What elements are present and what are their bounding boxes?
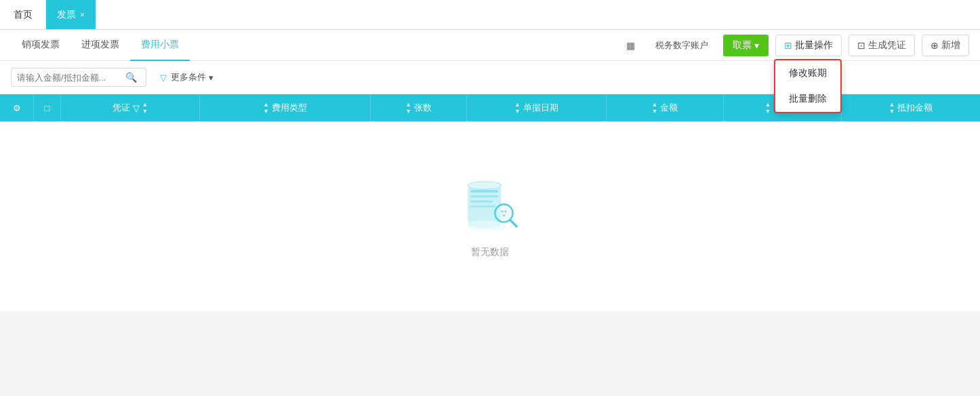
th-amount-sort[interactable]: ▲▼ [651, 102, 657, 115]
sub-nav-right: ▦ 税务数字账户 取票 ▾ ⊞ 批量操作 修改账期 批量删除 ⊡ 生成凭证 ⊕ … [620, 35, 969, 56]
more-filter-arrow-icon: ▾ [209, 73, 213, 83]
th-expense-type-label: 费用类型 [272, 102, 307, 114]
th-deduct-amount-sort[interactable]: ▲▼ [889, 102, 895, 115]
svg-line-11 [510, 220, 516, 226]
generate-icon: ⊡ [857, 40, 865, 51]
tab-sales-invoice[interactable]: 销项发票 [11, 30, 70, 61]
th-amount-label: 金额 [660, 102, 678, 114]
add-label: 新增 [941, 39, 960, 52]
tax-account-button[interactable]: 税务数字账户 [647, 35, 716, 56]
svg-point-10 [497, 206, 511, 220]
th-deduct-rate-sort[interactable]: ▲▼ [765, 102, 771, 115]
generate-label: 生成凭证 [868, 39, 906, 52]
empty-text: 暂无数据 [471, 246, 509, 258]
empty-state: 暂无数据 [0, 121, 980, 311]
th-count-sort[interactable]: ▲▼ [405, 102, 411, 115]
batch-btn-wrap: ⊞ 批量操作 修改账期 批量删除 [775, 35, 842, 56]
svg-point-12 [501, 210, 503, 212]
th-date-label: 单据日期 [523, 102, 558, 114]
batch-delete-item[interactable]: 批量删除 [775, 86, 840, 112]
th-voucher-filter-icon[interactable]: ▽ [133, 103, 140, 113]
th-amount: ▲▼ 金额 [607, 94, 724, 121]
batch-icon: ⊞ [784, 40, 792, 51]
search-wrap: 🔍 [11, 68, 146, 87]
th-date: ▲▼ 单据日期 [467, 94, 606, 121]
quepiao-arrow-icon: ▾ [754, 40, 759, 51]
th-date-sort[interactable]: ▲▼ [514, 102, 520, 115]
svg-rect-2 [470, 190, 498, 193]
empty-icon [456, 174, 524, 235]
th-deduct-amount: ▲▼ 抵扣金额 [842, 94, 980, 121]
quepiao-label: 取票 [733, 39, 752, 52]
th-settings[interactable]: ⚙ [0, 94, 34, 121]
svg-point-14 [503, 214, 505, 216]
generate-voucher-button[interactable]: ⊡ 生成凭证 [849, 35, 915, 56]
svg-point-8 [468, 220, 501, 228]
svg-rect-4 [470, 200, 493, 202]
th-checkbox[interactable]: □ [34, 94, 61, 121]
th-count-label: 张数 [414, 102, 432, 114]
tab-expense-receipt[interactable]: 费用小票 [130, 30, 190, 61]
modify-period-item[interactable]: 修改账期 [775, 60, 840, 86]
nav-tab-invoice[interactable]: 发票 × [46, 0, 96, 29]
top-nav: 首页 发票 × [0, 0, 980, 30]
svg-rect-3 [470, 195, 498, 197]
add-icon: ⊕ [931, 40, 939, 51]
batch-label: 批量操作 [795, 39, 833, 52]
svg-rect-5 [470, 205, 495, 207]
add-button[interactable]: ⊕ 新增 [922, 35, 969, 56]
more-filter-button[interactable]: ▽ 更多条件 ▾ [155, 68, 219, 87]
search-input[interactable] [17, 73, 125, 83]
settings-icon: ⚙ [13, 103, 21, 113]
tab-purchase-invoice[interactable]: 进项发票 [70, 30, 130, 61]
nav-tab-label: 发票 [57, 9, 76, 21]
filter-icon: ▽ [160, 73, 167, 83]
checkbox-icon: □ [45, 103, 50, 113]
th-voucher-sort[interactable]: ▲▼ [142, 102, 148, 115]
nav-tab-close[interactable]: × [80, 10, 85, 20]
th-voucher-label: 凭证 [113, 102, 130, 114]
search-icon[interactable]: 🔍 [125, 72, 137, 83]
th-expense-sort[interactable]: ▲▼ [263, 102, 269, 115]
sub-nav-left: 销项发票 进项发票 费用小票 [11, 30, 190, 61]
quepiao-button[interactable]: 取票 ▾ [723, 35, 769, 56]
batch-dropdown-menu: 修改账期 批量删除 [774, 59, 842, 113]
nav-home[interactable]: 首页 [0, 0, 46, 29]
batch-operation-button[interactable]: ⊞ 批量操作 [775, 35, 842, 56]
th-voucher: 凭证 ▽ ▲▼ [61, 94, 200, 121]
qr-icon[interactable]: ▦ [620, 35, 640, 56]
th-expense-type: ▲▼ 费用类型 [200, 94, 371, 121]
th-count: ▲▼ 张数 [371, 94, 467, 121]
svg-point-13 [504, 210, 506, 212]
sub-nav: 销项发票 进项发票 费用小票 ▦ 税务数字账户 取票 ▾ ⊞ 批量操作 修改账期… [0, 30, 980, 61]
th-deduct-amount-label: 抵扣金额 [897, 102, 933, 114]
more-filter-label: 更多条件 [171, 71, 206, 83]
